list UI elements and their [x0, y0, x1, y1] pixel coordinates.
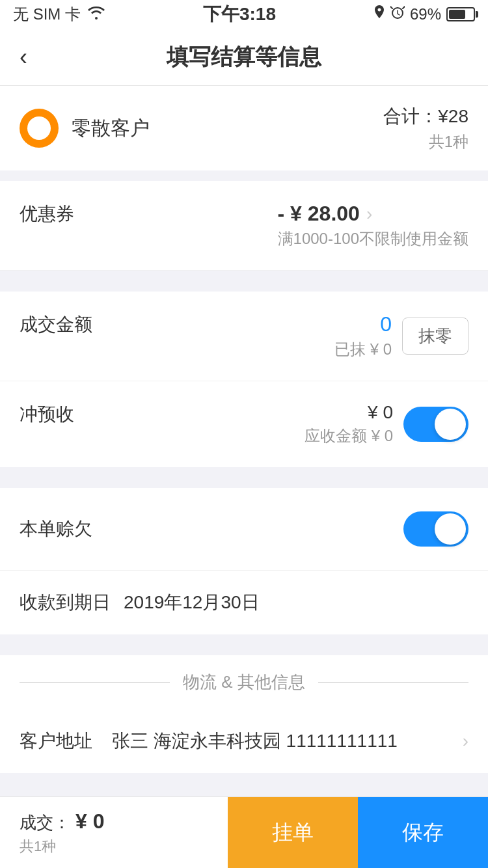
bottom-deal-label: 成交：: [20, 811, 70, 834]
prepay-toggle[interactable]: [403, 407, 468, 442]
customer-section: 零散客户 合计：¥28 共1种: [0, 86, 488, 170]
address-value: 张三 海淀永丰科技园 11111111111: [112, 729, 443, 753]
round-button[interactable]: 抹零: [402, 318, 468, 355]
alarm-icon: [390, 5, 405, 23]
hang-button[interactable]: 挂单: [228, 797, 358, 868]
divider-3: [0, 645, 488, 655]
toggle-knob: [435, 409, 466, 440]
due-date-value: 2019年12月30日: [124, 590, 260, 615]
total-amount: 合计：¥28: [383, 104, 468, 129]
credit-row: 本单赊欠: [0, 488, 488, 570]
location-icon: [373, 5, 385, 23]
deal-sub: 已抹 ¥ 0: [334, 339, 392, 360]
deal-section: 成交金额 0 已抹 ¥ 0 抹零 冲预收 ¥ 0 应收金额 ¥ 0: [0, 292, 488, 467]
battery-icon: [446, 7, 475, 21]
customer-left: 零散客户: [20, 109, 150, 148]
credit-section: 本单赊欠 收款到期日 2019年12月30日: [0, 488, 488, 634]
deal-value: 0: [380, 312, 392, 336]
bottom-deal-row: 成交： ¥ 0: [20, 809, 208, 834]
divider-1: [0, 281, 488, 292]
logistics-line-left: [20, 682, 170, 683]
logistics-header: 物流 & 其他信息: [0, 655, 488, 709]
wifi-icon: [87, 5, 105, 23]
customer-name: 零散客户: [72, 115, 150, 142]
logistics-label: 物流 & 其他信息: [183, 671, 305, 694]
item-count: 共1种: [383, 131, 468, 152]
coupon-chevron: ›: [366, 204, 372, 224]
save-button[interactable]: 保存: [358, 797, 488, 868]
deal-row: 成交金额 0 已抹 ¥ 0 抹零: [0, 292, 488, 381]
prepay-row: 冲预收 ¥ 0 应收金额 ¥ 0: [0, 381, 488, 467]
status-bar: 无 SIM 卡 下午3:18 69%: [0, 0, 488, 29]
credit-label: 本单赊欠: [20, 517, 92, 541]
address-row[interactable]: 客户地址 张三 海淀永丰科技园 11111111111 ›: [0, 709, 488, 773]
coupon-row[interactable]: 优惠券 - ¥ 28.00 › 满1000-100不限制使用金额: [0, 181, 488, 271]
prepay-label: 冲预收: [20, 402, 74, 427]
divider-2: [0, 478, 488, 488]
avatar-icon: [27, 116, 51, 140]
status-left: 无 SIM 卡: [13, 4, 105, 25]
logistics-line-right: [318, 682, 468, 683]
due-date-row: 收款到期日 2019年12月30日: [0, 570, 488, 634]
bottom-deal-amount: ¥ 0: [75, 809, 104, 834]
avatar: [20, 109, 59, 148]
deal-label: 成交金额: [20, 312, 92, 337]
bottom-count: 共1种: [20, 837, 208, 856]
address-chevron: ›: [463, 731, 468, 752]
carrier-text: 无 SIM 卡: [13, 4, 81, 25]
credit-toggle-knob: [435, 513, 466, 545]
customer-right: 合计：¥28 共1种: [383, 104, 468, 152]
deal-value-col: 0 已抹 ¥ 0: [334, 312, 392, 360]
bottom-summary: 成交： ¥ 0 共1种: [0, 809, 228, 856]
status-time: 下午3:18: [203, 2, 276, 27]
bottom-buttons: 挂单 保存: [228, 797, 488, 868]
prepay-value-col: ¥ 0 应收金额 ¥ 0: [305, 402, 393, 446]
prepay-value: ¥ 0: [305, 402, 393, 423]
battery-percent: 69%: [410, 5, 441, 23]
credit-toggle[interactable]: [403, 511, 468, 547]
address-label: 客户地址: [20, 729, 92, 753]
bottom-bar: 成交： ¥ 0 共1种 挂单 保存: [0, 796, 488, 868]
page-title: 填写结算等信息: [167, 42, 321, 72]
address-section: 客户地址 张三 海淀永丰科技园 11111111111 ›: [0, 709, 488, 773]
nav-bar: ‹ 填写结算等信息: [0, 29, 488, 86]
prepay-sub: 应收金额 ¥ 0: [305, 426, 393, 446]
due-date-label: 收款到期日: [20, 590, 111, 615]
coupon-value: - ¥ 28.00: [278, 202, 360, 226]
deal-right: 0 已抹 ¥ 0 抹零: [334, 312, 468, 360]
coupon-right: - ¥ 28.00 › 满1000-100不限制使用金额: [278, 202, 468, 249]
back-button[interactable]: ‹: [20, 44, 27, 71]
prepay-right: ¥ 0 应收金额 ¥ 0: [305, 402, 468, 446]
battery-fill: [449, 10, 465, 19]
coupon-section: 优惠券 - ¥ 28.00 › 满1000-100不限制使用金额: [0, 181, 488, 271]
coupon-sub: 满1000-100不限制使用金额: [278, 228, 468, 249]
status-right: 69%: [373, 5, 475, 23]
content-area: 零散客户 合计：¥28 共1种 优惠券 - ¥ 28.00 › 满1000-10…: [0, 86, 488, 851]
coupon-label: 优惠券: [20, 202, 74, 226]
